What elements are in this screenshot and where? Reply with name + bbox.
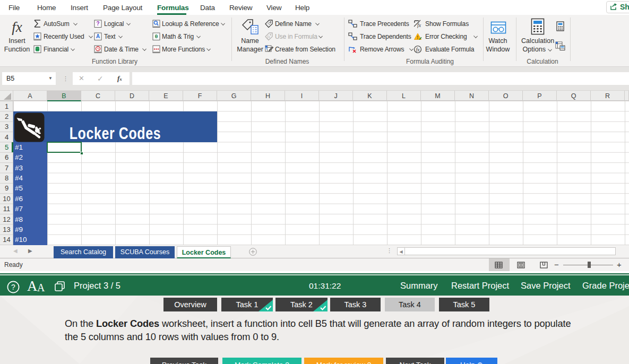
svg-text:A: A <box>96 33 100 39</box>
svg-text:fx: fx <box>416 47 420 53</box>
svg-text:fx: fx <box>417 22 421 28</box>
svg-text:θ: θ <box>155 33 158 39</box>
svg-text:fx: fx <box>267 34 270 39</box>
svg-text:?: ? <box>96 20 99 27</box>
svg-text:?: ? <box>11 283 15 291</box>
